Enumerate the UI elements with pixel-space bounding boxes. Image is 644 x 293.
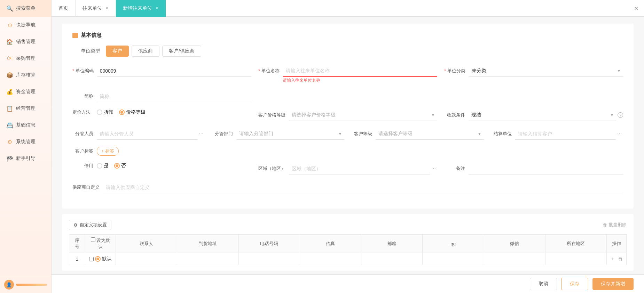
save-and-new-button[interactable]: 保存并新增 [592,278,634,290]
unit-category-label: 单位分类 [444,68,465,74]
pricing-radio-discount[interactable]: 折扣 [97,109,113,115]
form-row-6: 停用 是 否 区域（地区） ··· [72,163,623,174]
short-name-input[interactable] [97,90,251,102]
unit-name-label: 单位名称 [258,68,280,74]
customer-tag-label: 客户标签 [72,148,93,154]
qq-input[interactable] [426,257,480,262]
operations-icon: 📋 [6,105,13,112]
form-row-1: 单位编码 单位名称 请输入往来单位名称 单位分类 未分类 ▼ [72,65,623,83]
sidebar-item-search[interactable]: 🔍 搜索菜单 [0,0,51,17]
customer-price-level-select[interactable]: 请选择客户价格等级 ▼ [289,109,437,121]
sidebar-item-sales[interactable]: 🏠 销售管理 [0,33,51,50]
fax-input[interactable] [304,257,358,262]
save-button[interactable]: 保存 [561,278,588,290]
address-input[interactable] [181,257,235,262]
sidebar-item-guide[interactable]: 🏁 新手引导 [0,150,51,167]
customer-tag-field: 客户标签 + 标签 [72,147,623,156]
unit-name-input[interactable] [283,65,437,77]
search-icon: 🔍 [6,5,13,12]
supplier-custom-input[interactable] [103,181,623,193]
disabled-yes-label: 是 [104,163,109,169]
disabled-no[interactable]: 否 [114,163,126,169]
sidebar-item-operations[interactable]: 📋 经营管理 [0,100,51,117]
department-select[interactable]: 请输入分管部门 ▼ [236,128,345,140]
cell-qq[interactable] [423,253,484,265]
select-all-checkbox[interactable] [91,237,95,242]
tab-new-counterparty[interactable]: 新增往来单位 ✕ [116,0,166,17]
payment-help-icon[interactable]: ? [618,112,623,118]
wechat-input[interactable] [488,257,542,262]
tab-counterparty[interactable]: 往来单位 ✕ [76,0,116,17]
system-icon: ⚙ [6,138,13,145]
inventory-icon: 📦 [6,72,13,79]
sidebar-item-basic-info[interactable]: 📇 基础信息 [0,117,51,133]
short-name-field: 简称 [72,90,251,102]
sidebar-item-label: 资金管理 [16,89,36,95]
batch-delete-button[interactable]: 🗑 批量删除 [603,222,627,228]
sidebar-item-finance[interactable]: 💰 资金管理 [0,83,51,100]
chevron-down-icon-4: ▼ [336,131,344,136]
window-close-button[interactable]: ✕ [634,5,638,11]
add-tag-label: + 标签 [101,148,114,154]
manager-input[interactable] [97,128,197,140]
sidebar-item-inventory[interactable]: 📦 库存核算 [0,67,51,83]
unit-type-supplier-btn[interactable]: 供应商 [132,46,159,57]
cell-address[interactable] [177,253,238,265]
main-content: 首页 往来单位 ✕ 新增往来单位 ✕ ✕ 基本信息 单位类型 客户 供应商 客户… [52,0,644,293]
add-tag-button[interactable]: + 标签 [97,147,119,156]
sidebar-item-quick-nav[interactable]: ⊙ 快捷导航 [0,17,51,33]
sidebar-item-label: 新手引导 [16,155,36,162]
cell-email[interactable] [361,253,422,265]
cell-fax[interactable] [300,253,361,265]
table-row: 1 默认 [69,253,627,265]
email-input[interactable] [365,257,419,262]
settlement-more-button[interactable]: ··· [616,131,623,137]
row-checkbox[interactable] [89,257,94,261]
customer-price-level-label: 客户价格等级 [258,112,285,118]
cancel-button[interactable]: 取消 [530,278,557,290]
delete-row-icon[interactable]: 🗑 [618,256,623,262]
pricing-radio-level[interactable]: 价格等级 [119,109,146,115]
unit-code-input[interactable] [97,65,251,77]
unit-type-both-btn[interactable]: 客户/供应商 [162,46,201,57]
col-seq: 序号 [69,235,85,253]
sidebar-item-system[interactable]: ⚙ 系统管理 [0,133,51,150]
form-row-2: 简称 [72,90,623,102]
remarks-label: 备注 [444,165,465,172]
contact-input[interactable] [119,257,173,262]
table-toolbar: ⚙ 自定义项设置 🗑 批量删除 [69,220,627,230]
contact-table: 序号 设为默认 联系人 到货地址 电话号码 传真 邮箱 qq 微信 所在地区 操… [69,234,627,265]
add-row-icon[interactable]: ＋ [610,256,615,262]
sidebar-item-purchase[interactable]: 🛍 采购管理 [0,50,51,67]
department-label: 分管部门 [212,131,233,137]
manager-more-button[interactable]: ··· [197,131,205,137]
customer-level-select[interactable]: 请选择客户等级 ▼ [376,128,484,140]
basic-info-card: 基本信息 单位类型 客户 供应商 客户/供应商 单位编码 单位名称 [62,24,634,209]
cell-seq: 1 [69,253,85,265]
cell-contact[interactable] [116,253,177,265]
section-icon [72,33,78,38]
phone-input[interactable] [242,257,296,262]
progress-bar [16,284,47,286]
tab-new-counterparty-close[interactable]: ✕ [156,6,159,10]
remarks-input[interactable] [469,163,623,174]
cell-region[interactable] [545,253,606,265]
cell-wechat[interactable] [484,253,545,265]
radio-circle-discount [97,109,102,115]
region-input[interactable] [289,163,430,174]
settlement-unit-input[interactable] [515,128,616,140]
disabled-yes[interactable]: 是 [97,163,109,169]
tab-home[interactable]: 首页 [52,0,76,17]
row-region-input[interactable] [549,257,603,262]
region-label: 区域（地区） [258,165,285,172]
cell-phone[interactable] [238,253,300,265]
unit-category-select[interactable]: 未分类 ▼ [469,65,623,77]
region-more-button[interactable]: ··· [430,165,437,172]
sidebar-item-label: 快捷导航 [16,22,36,28]
custom-settings-button[interactable]: ⚙ 自定义项设置 [69,220,111,230]
row-default-radio[interactable]: 默认 [95,256,112,262]
sidebar-item-label: 基础信息 [16,122,36,128]
tab-counterparty-close[interactable]: ✕ [105,6,109,10]
payment-terms-select[interactable]: 现结 ▼ [469,109,616,121]
unit-type-customer-btn[interactable]: 客户 [106,46,129,57]
